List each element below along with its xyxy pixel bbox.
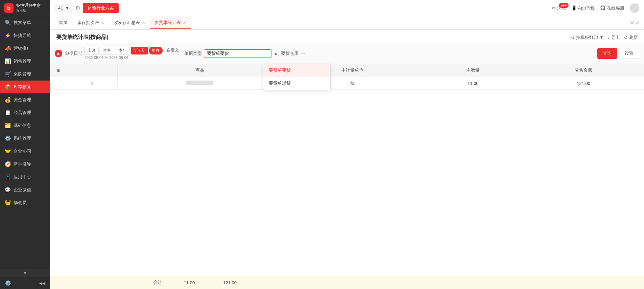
message-icon: ✉	[552, 5, 556, 10]
th-qty: 主数量	[423, 64, 523, 77]
date-btn-custom[interactable]: 自定义	[164, 47, 182, 54]
sidebar-item-vip[interactable]: 👑 畅会员	[0, 196, 50, 209]
dropdown-item-return-order[interactable]: 要货单退货	[263, 77, 330, 90]
th-seq	[67, 64, 117, 77]
sidebar-nav: 🔍 搜索菜单 ⚡ 快捷导航 📣 营销推广 📊 销售管理 🛒 采购管理 📦 库存核…	[0, 16, 50, 269]
th-amount: 零售金额	[523, 64, 644, 77]
finance-icon: 💰	[5, 97, 11, 103]
sidebar-item-inventory[interactable]: 📦 库存核算	[0, 81, 50, 93]
tab-home[interactable]: 首页	[54, 17, 72, 29]
refresh-label: 刷新	[629, 35, 638, 41]
wechat-icon: 💬	[5, 187, 11, 193]
filter-settings-btn[interactable]: 设置	[619, 48, 639, 59]
app-name: 畅捷通好生意	[16, 3, 41, 8]
enterprise-icon: 🤝	[5, 148, 11, 154]
type-filter-input[interactable]	[204, 49, 271, 58]
sidebar-scroll-down[interactable]: ▼	[0, 269, 50, 277]
tab-inventory-batch[interactable]: 库存批次账 ✕	[72, 17, 109, 29]
type-filter-group: 单据类型 ▲	[184, 49, 278, 58]
date-btn-this-year[interactable]: 本年	[116, 47, 130, 54]
refresh-icon: ↺	[624, 35, 628, 40]
guide-icon: 🧭	[5, 161, 11, 167]
dropdown-item-label: 要货单要货	[269, 68, 291, 73]
print-btn[interactable]: 🖨 按模板打印 ▼	[570, 35, 604, 41]
tab-inventory-batch-close[interactable]: ✕	[101, 21, 104, 25]
table-row: 1 块 11.00 121.00	[50, 77, 644, 90]
tab-expand-btn[interactable]: ⤢	[636, 20, 640, 26]
sidebar-item-purchase[interactable]: 🛒 采购管理	[0, 68, 50, 81]
inventory-icon: 📦	[5, 84, 11, 90]
appstore-icon: 📱	[5, 174, 11, 180]
online-service-btn[interactable]: 🎧 在线客服	[600, 5, 624, 11]
page-content: 要货单统计表(按商品) 🖨 按模板打印 ▼ ↓ 导出 ↺ 刷新 ▶	[50, 30, 644, 289]
tab-collect-summary-close[interactable]: ✕	[142, 21, 145, 25]
tab-demand-stats-close[interactable]: ✕	[183, 21, 186, 25]
date-quick-btns: 上月 本月 本年 近7天 更多 自定义	[85, 47, 182, 54]
sales-icon: 📊	[5, 58, 11, 64]
sidebar-logo: b 畅捷通好生意 标准版	[0, 0, 50, 16]
type-dropdown: 要货单要货 要货单退货	[263, 64, 331, 90]
type-filter-label: 单据类型	[184, 50, 202, 57]
sidebar-item-sales[interactable]: 📊 销售管理	[0, 55, 50, 68]
date-filter-label: 单据日期	[65, 50, 82, 57]
sidebar-item-guide[interactable]: 🧭 新手引导	[0, 158, 50, 171]
sidebar-item-system[interactable]: ⚙️ 系统管理	[0, 132, 50, 145]
app-download-btn[interactable]: 📱 App下载	[571, 5, 595, 11]
sidebar-item-operations[interactable]: 📋 经营管理	[0, 106, 50, 119]
download-icon: 📱	[571, 5, 577, 10]
data-table: ⚙ 商品 主计量单位 主数量 零售金额 1	[50, 64, 644, 90]
product-placeholder	[186, 81, 213, 85]
sidebar-item-enterprise[interactable]: 🤝 企业协同	[0, 145, 50, 158]
th-settings[interactable]: ⚙	[50, 64, 67, 77]
table-footer: 合计 11.00 121.00	[50, 276, 644, 289]
refresh-btn[interactable]: ↺ 刷新	[624, 35, 638, 41]
settings-footer-icon[interactable]: ⚙️	[5, 280, 11, 286]
filter-expand-btn[interactable]: ▶	[55, 50, 62, 57]
sidebar-item-basic[interactable]: 🗂️ 基础信息	[0, 119, 50, 132]
sidebar: b 畅捷通好生意 标准版 🔍 搜索菜单 ⚡ 快捷导航 📣 营销推广 📊 销售管理…	[0, 0, 50, 289]
sidebar-item-search[interactable]: 🔍 搜索菜单	[0, 16, 50, 29]
type-filter-chevron-up[interactable]: ▲	[273, 51, 278, 56]
date-filter-group: 单据日期 上月 本月 本年 近7天 更多 自定义 2023-05-06 至 20…	[65, 47, 182, 60]
date-btn-prev-month[interactable]: 上月	[85, 47, 99, 54]
purchase-icon: 🛒	[5, 71, 11, 77]
messages-btn[interactable]: ✉ 消息 99+	[552, 5, 566, 11]
sidebar-item-quick-nav[interactable]: ⚡ 快捷导航	[0, 29, 50, 42]
service-icon: 🎧	[600, 5, 605, 10]
sidebar-item-appstore[interactable]: 📱 应用中心	[0, 171, 50, 183]
sidebar-item-finance[interactable]: 💰 资金管理	[0, 93, 50, 106]
tab-close-all-btn[interactable]: ✕	[630, 20, 634, 26]
date-btn-this-month[interactable]: 本月	[100, 47, 114, 54]
collapse-icon[interactable]: ◀◀	[39, 281, 45, 286]
footer-label: 合计	[101, 280, 169, 286]
footer-qty: 11.00	[169, 280, 210, 285]
avatar[interactable]	[630, 3, 639, 13]
dropdown-item-purchase-order[interactable]: 要货单要货	[263, 64, 330, 77]
export-btn[interactable]: ↓ 导出	[608, 35, 620, 41]
tab-collect-summary[interactable]: 收发存汇总表 ✕	[109, 17, 150, 29]
warehouse-filter-group: 要货仓库 ···	[281, 50, 305, 57]
table-header-row: ⚙ 商品 主计量单位 主数量 零售金额	[50, 64, 644, 77]
app-name-block: 畅捷通好生意 标准版	[16, 3, 41, 13]
sidebar-footer: ⚙️ ◀◀	[0, 277, 50, 289]
warehouse-filter-dots[interactable]: ···	[301, 50, 305, 57]
topbar-settings-icon[interactable]: ⚙	[75, 5, 80, 11]
topbar-right: ✉ 消息 99+ 📱 App下载 🎧 在线客服	[552, 3, 639, 13]
tab-demand-stats[interactable]: 要货单统计表 ✕	[150, 17, 191, 29]
tab-home-label: 首页	[59, 20, 68, 26]
app-logo-icon: b	[4, 3, 14, 13]
date-btn-more[interactable]: 更多	[149, 47, 163, 54]
column-settings-icon[interactable]: ⚙	[56, 68, 61, 73]
sidebar-item-marketing[interactable]: 📣 营销推广	[0, 42, 50, 55]
sidebar-item-label: 库存核算	[14, 84, 31, 90]
sidebar-item-label: 采购管理	[14, 71, 31, 77]
query-btn[interactable]: 查询	[597, 48, 617, 59]
chevron-down-icon: ▼	[65, 5, 69, 10]
sidebar-item-label: 搜索菜单	[14, 20, 31, 26]
trial-btn[interactable]: 体验行业方案	[83, 3, 119, 13]
vip-icon: 👑	[5, 200, 11, 206]
search-icon: 🔍	[5, 20, 11, 26]
date-btn-7days[interactable]: 近7天	[131, 47, 148, 54]
topbar-left: 41 ▼ ⚙ 体验行业方案	[55, 3, 552, 13]
sidebar-item-wechat[interactable]: 💬 企业微信	[0, 183, 50, 196]
